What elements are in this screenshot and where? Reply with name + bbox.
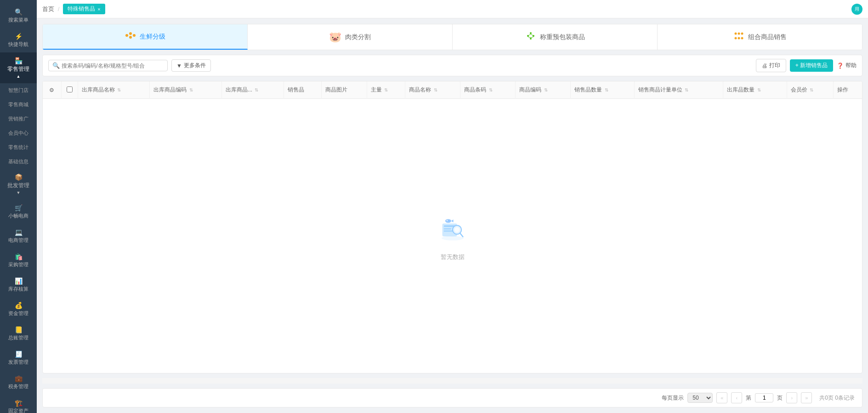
weight-pack-icon [525,31,536,43]
sidebar-group-retail[interactable]: 🏪 零售管理 ▲ [0,52,37,83]
sidebar-item-finance[interactable]: 💰 资金管理 [0,297,37,321]
svg-marker-27 [451,219,453,222]
col-setting[interactable]: ⚙ [43,81,61,99]
sort-out-name-icon: ⇅ [117,87,121,92]
toolbar: 🔍 ▼ 更多条件 🖨 打印 + 新增销售品 ❓ 帮助 [42,55,862,76]
svg-point-15 [734,37,737,40]
combo-icon [733,31,744,43]
add-sale-item-button[interactable]: + 新增销售品 [790,59,833,72]
sidebar-item-fixed-assets[interactable]: 🏗️ 固定资产 [0,395,37,413]
filter-icon: ▼ [176,63,182,69]
sort-out-code-icon: ⇅ [189,87,193,92]
sidebar-item-smart-store[interactable]: 智慧门店 [0,83,37,98]
col-sale-unit[interactable]: 销售商品计量单位 ⇅ [634,81,723,99]
help-icon: ❓ [837,63,844,69]
svg-point-18 [442,236,464,241]
col-sale-qty[interactable]: 销售品数量 ⇅ [571,81,634,99]
sidebar-item-retail-stats[interactable]: 零售统计 [0,140,37,155]
topbar-separator: / [58,6,59,12]
col-ops: 操作 [834,81,862,99]
svg-point-7 [530,32,532,34]
topbar-active-tab[interactable]: 特殊销售品 × [63,4,105,14]
last-page-button[interactable]: » [801,392,812,403]
col-weight[interactable]: 主量 ⇅ [367,81,405,99]
sidebar-item-member-center[interactable]: 会员中心 [0,126,37,140]
sort-barcode-icon: ⇅ [489,87,493,92]
sort-out-qty-icon: ⇅ [757,87,761,92]
sort-item-name-icon: ⇅ [434,87,437,92]
sidebar-item-tax[interactable]: 💼 税务管理 [0,370,37,395]
sidebar-item-invoice[interactable]: 🧾 发票管理 [0,346,37,370]
sidebar-group-wholesale[interactable]: 📦 批发管理 ▼ [0,169,37,200]
sidebar-item-purchase[interactable]: 🛍️ 采购管理 [0,248,37,273]
sidebar-item-ec-mgmt[interactable]: 💻 电商管理 [0,224,37,248]
first-page-button[interactable]: « [716,392,727,403]
svg-line-9 [531,37,533,38]
topbar: 首页 / 特殊销售品 × 用 [37,0,868,18]
col-member-price[interactable]: 会员价 ⇅ [787,81,834,99]
cat-tab-weight-pack[interactable]: 称重预包装商品 [453,24,658,50]
col-out-name[interactable]: 出库商品名称 ⇅ [78,81,150,99]
svg-point-0 [125,34,128,37]
sidebar-item-marketing[interactable]: 营销推广 [0,112,37,126]
svg-line-25 [460,233,463,237]
svg-line-10 [528,34,531,36]
cat-tab-fresh-grade[interactable]: 生鲜分级 [43,24,248,50]
col-item-name[interactable]: 商品名称 ⇅ [405,81,460,99]
svg-point-1 [129,32,132,35]
select-all-checkbox[interactable] [67,86,73,92]
help-button[interactable]: ❓ 帮助 [837,62,857,69]
svg-point-24 [454,227,460,232]
page-number-input[interactable] [755,393,773,402]
sidebar-item-basic-info[interactable]: 基础信息 [0,155,37,169]
sort-item-code-icon: ⇅ [544,87,548,92]
cat-tab-meat-cut[interactable]: 🐷 肉类分割 [248,24,453,50]
col-out-code[interactable]: 出库商品编码 ⇅ [150,81,222,99]
sidebar-item-mini-ec[interactable]: 🛒 小畅电商 [0,200,37,224]
page-size-select[interactable]: 50 10 20 100 [687,393,713,403]
content-area: 生鲜分级 🐷 肉类分割 [37,18,868,413]
user-avatar[interactable]: 用 [851,4,862,15]
sidebar-item-ledger[interactable]: 📒 总账管理 [0,321,37,346]
col-checkbox[interactable] [61,81,78,99]
main-area: 首页 / 特殊销售品 × 用 生鲜分 [37,0,868,413]
col-item-code[interactable]: 商品编码 ⇅ [516,81,571,99]
col-out-qty[interactable]: 出库品数量 ⇅ [723,81,787,99]
sidebar-search-menu[interactable]: 🔍 搜索菜单 [0,4,37,28]
pagination: 每页显示 50 10 20 100 « ‹ 第 页 › » 共0页 0条记录 [42,388,862,407]
table-header-row: ⚙ 出库商品名称 ⇅ 出库商品编码 ⇅ 出库商品... ⇅ [43,81,862,99]
svg-point-2 [133,34,136,37]
horizontal-scrollbar[interactable] [42,378,862,384]
topbar-tab-close[interactable]: × [97,6,100,12]
print-button[interactable]: 🖨 打印 [756,59,786,72]
col-barcode[interactable]: 商品条码 ⇅ [460,81,516,99]
fresh-grade-icon [125,31,136,42]
sidebar-item-inventory[interactable]: 📊 库存核算 [0,273,37,297]
cat-tab-combo[interactable]: 组合商品销售 [658,24,862,50]
search-box[interactable]: 🔍 [48,60,168,71]
svg-point-28 [446,220,447,221]
page-label: 第 [746,394,751,402]
svg-point-14 [741,33,743,35]
col-out-spec[interactable]: 出库商品... ⇅ [222,81,284,99]
sidebar-item-retail-mall[interactable]: 零售商城 [0,98,37,112]
sort-weight-icon: ⇅ [384,87,388,92]
meat-cut-icon: 🐷 [329,31,341,43]
svg-point-3 [129,36,132,39]
svg-point-16 [738,37,740,40]
sidebar-sub-retail: 智慧门店 零售商城 营销推广 会员中心 零售统计 基础信息 [0,83,37,169]
svg-rect-22 [443,230,453,231]
sort-sale-qty-icon: ⇅ [605,87,608,92]
total-info: 共0页 0条记录 [819,394,855,402]
svg-point-4 [530,38,532,40]
search-input[interactable] [62,63,163,69]
prev-page-button[interactable]: ‹ [731,392,742,403]
sidebar: 🔍 搜索菜单 ⚡ 快捷导航 🏪 零售管理 ▲ 智慧门店 零售商城 营销推广 会员… [0,0,37,413]
svg-rect-21 [443,228,451,229]
sidebar-item-quick-nav[interactable]: ⚡ 快捷导航 [0,28,37,52]
empty-state: 暂无数据 [43,99,862,373]
svg-point-13 [738,33,740,35]
next-page-button[interactable]: › [786,392,797,403]
topbar-home-link[interactable]: 首页 [42,5,54,13]
filter-button[interactable]: ▼ 更多条件 [171,59,211,72]
